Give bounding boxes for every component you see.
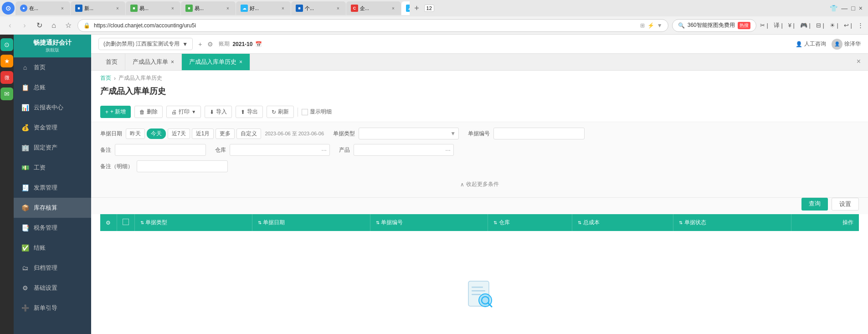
tab-3-close[interactable]: × xyxy=(169,5,176,11)
yuan-button[interactable]: ¥ | xyxy=(788,22,795,29)
settings-button[interactable]: 设置 xyxy=(832,198,859,211)
sidebar-item-archive[interactable]: 🗂 归档管理 xyxy=(14,258,91,278)
show-columns-toggle[interactable]: 显示明细 xyxy=(302,108,332,116)
add-account-button[interactable]: + xyxy=(198,41,202,48)
sun-button[interactable]: ☀ | xyxy=(830,22,838,29)
app-icon-chanjet[interactable]: ⊙ xyxy=(0,38,13,51)
translate-button[interactable]: 译 | xyxy=(774,21,783,30)
tab-1-close[interactable]: × xyxy=(59,5,66,11)
date-btn-yesterday[interactable]: 昨天 xyxy=(126,128,145,139)
breadcrumb-home[interactable]: 首页 xyxy=(100,74,111,82)
tab-7[interactable]: C 企... × xyxy=(346,1,401,15)
type-select[interactable]: ▼ xyxy=(359,128,459,139)
product-select[interactable]: ··· xyxy=(354,144,454,156)
tab-1[interactable]: ● 在... × xyxy=(15,1,70,15)
game-button[interactable]: 🎮 | xyxy=(800,22,811,29)
sidebar-item-payroll[interactable]: 💵 工资 xyxy=(14,158,91,178)
sidebar-item-inventory[interactable]: 📦 库存核算 xyxy=(14,198,91,218)
bookmark-button[interactable]: ☆ xyxy=(63,20,74,31)
customer-service-button[interactable]: 👤 人工咨询 xyxy=(796,40,826,48)
import-button[interactable]: ⬇ 导入 xyxy=(205,106,232,118)
sidebar-item-invoice[interactable]: 🧾 发票管理 xyxy=(14,178,91,198)
detail-remark-input[interactable] xyxy=(137,160,228,172)
sidebar-item-settings[interactable]: ⚙ 基础设置 xyxy=(14,278,91,298)
print-button[interactable]: 🖨 打印 ▼ xyxy=(166,106,201,118)
date-btn-7days[interactable]: 近7天 xyxy=(168,128,190,139)
tab-6[interactable]: ■ 个... × xyxy=(291,1,346,15)
number-input[interactable] xyxy=(493,128,585,139)
show-columns-checkbox[interactable] xyxy=(302,109,308,115)
user-profile[interactable]: 👤 徐泽华 xyxy=(832,39,861,50)
tab-6-close[interactable]: × xyxy=(335,5,341,11)
minimize-button[interactable]: — xyxy=(841,5,847,12)
tab-5-close[interactable]: × xyxy=(280,5,286,11)
select-all-checkbox[interactable] xyxy=(123,219,129,225)
calendar-icon[interactable]: 📅 xyxy=(255,41,262,47)
tab-4-close[interactable]: × xyxy=(225,5,231,11)
tab-page-home[interactable]: 首页 xyxy=(98,54,125,70)
tab-page-history[interactable]: 产成品入库单历史 × xyxy=(182,54,250,70)
search-bar[interactable]: 🔍 360智能抠图免费用 热搜 xyxy=(672,19,756,32)
chevron-down-icon[interactable]: ▼ xyxy=(657,22,663,29)
remark-input[interactable] xyxy=(115,144,206,156)
home-button[interactable]: ⌂ xyxy=(48,20,59,31)
col-check[interactable] xyxy=(117,214,134,231)
tab-2-close[interactable]: × xyxy=(114,5,121,11)
export-button[interactable]: ⬆ 导出 xyxy=(236,106,263,118)
date-btn-custom[interactable]: 自定义 xyxy=(236,128,261,139)
maximize-button[interactable]: □ xyxy=(851,5,855,12)
close-button[interactable]: × xyxy=(859,5,863,12)
lightning-icon[interactable]: ⚡ xyxy=(647,22,654,29)
tab-7-close[interactable]: × xyxy=(390,5,396,11)
app-icon-star[interactable]: ★ xyxy=(0,55,13,67)
new-tab-button[interactable]: + xyxy=(411,2,423,15)
settings-gear-button[interactable]: ⚙ xyxy=(207,41,213,48)
shirt-icon[interactable]: 👕 xyxy=(830,5,837,12)
col-status[interactable]: ⇅ 单据状态 xyxy=(673,214,791,231)
account-selector[interactable]: (勿删勿禁用) 江西服宝测试专用 ▼ xyxy=(98,38,193,50)
col-type[interactable]: ⇅ 单据类型 xyxy=(134,214,252,231)
sidebar-item-home[interactable]: ⌂ 首页 xyxy=(14,57,91,77)
refresh-button[interactable]: ↻ 刷新 xyxy=(267,106,294,118)
grid-icon[interactable]: ⊞ xyxy=(640,22,645,29)
query-button[interactable]: 查询 xyxy=(801,198,828,211)
app-icon-weibo[interactable]: 微 xyxy=(0,71,13,84)
url-bar[interactable]: 🔒 https://cloud.chanjet.com/accounting/u… xyxy=(77,19,668,32)
col-number[interactable]: ⇅ 单据编号 xyxy=(370,214,488,231)
add-button[interactable]: + + 新增 xyxy=(100,106,131,118)
forward-button[interactable]: › xyxy=(19,20,30,31)
col-total-cost[interactable]: ⇅ 总成本 xyxy=(572,214,673,231)
close-panel-button[interactable]: × xyxy=(857,57,861,66)
sidebar-item-report[interactable]: 📊 云报表中心 xyxy=(14,98,91,118)
tab-3[interactable]: ■ 易... × xyxy=(126,1,180,15)
col-warehouse[interactable]: ⇅ 仓库 xyxy=(488,214,572,231)
sidebar-item-newbill[interactable]: ➕ 新单引导 xyxy=(14,298,91,318)
back-button[interactable]: ‹ xyxy=(5,20,15,31)
tab-2[interactable]: ■ 新... × xyxy=(71,1,125,15)
col-date[interactable]: ⇅ 单据日期 xyxy=(252,214,370,231)
layout-button[interactable]: ⊟ | xyxy=(816,22,824,29)
tab-4[interactable]: ■ 易... × xyxy=(181,1,236,15)
sidebar-item-ledger[interactable]: 📋 总账 xyxy=(14,77,91,98)
sidebar-item-fund[interactable]: 💰 资金管理 xyxy=(14,118,91,138)
tab-5[interactable]: ☁ 好... × xyxy=(236,1,291,15)
tab-page-list[interactable]: 产成品入库单 × xyxy=(125,54,182,70)
col-settings[interactable]: ⚙ xyxy=(100,214,117,231)
date-btn-more[interactable]: 更多 xyxy=(216,128,235,139)
date-btn-1month[interactable]: 近1月 xyxy=(192,128,214,139)
tab-8[interactable]: ☁ 好... × xyxy=(401,1,410,15)
tab-list-close[interactable]: × xyxy=(171,59,174,65)
sidebar-item-checkout[interactable]: ✅ 结账 xyxy=(14,238,91,258)
undo-button[interactable]: ↩ | xyxy=(844,22,852,29)
warehouse-select[interactable]: ··· xyxy=(230,144,330,156)
more-button[interactable]: ⋮ xyxy=(858,22,863,29)
browser-logo[interactable]: ⊙ xyxy=(2,2,15,15)
sidebar-item-asset[interactable]: 🏢 固定资产 xyxy=(14,138,91,158)
reload-button[interactable]: ↻ xyxy=(34,20,45,31)
date-btn-today[interactable]: 今天 xyxy=(147,128,166,139)
collapse-button[interactable]: ∧ 收起更多条件 xyxy=(455,179,504,190)
app-icon-mail[interactable]: ✉ xyxy=(0,87,13,100)
sidebar-item-tax[interactable]: 📑 税务管理 xyxy=(14,218,91,238)
nav-brand[interactable]: 畅捷通好会计 旗舰版 xyxy=(14,35,91,57)
scissors-button[interactable]: ✂ | xyxy=(760,22,768,29)
